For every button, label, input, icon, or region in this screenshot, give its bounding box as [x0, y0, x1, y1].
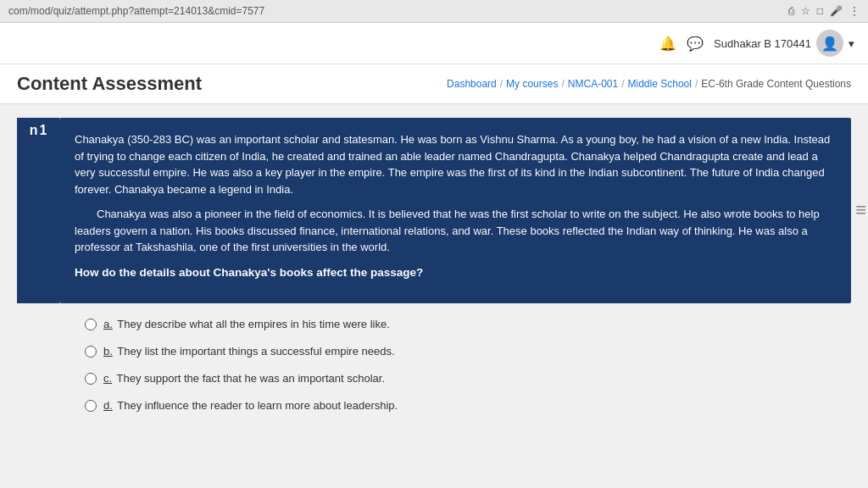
- avatar-icon: 👤: [821, 36, 838, 52]
- question-box: Chanakya (350-283 BC) was an important s…: [59, 118, 851, 303]
- question-row: n 1 Chanakya (350-283 BC) was an importa…: [17, 118, 851, 303]
- browser-icons: ⎙ ☆ □ 🎤 ⋮: [788, 5, 860, 17]
- option-c-letter: c.: [103, 372, 112, 385]
- scroll-indicator: ≡: [855, 199, 866, 221]
- star-icon[interactable]: ☆: [801, 5, 810, 17]
- breadcrumb-dashboard[interactable]: Dashboard: [447, 78, 497, 90]
- main-wrapper: n 1 Chanakya (350-283 BC) was an importa…: [0, 104, 868, 441]
- top-nav-right: 🔔 💬 Sudhakar B 170441 👤 ▾: [659, 30, 854, 57]
- mic-icon[interactable]: 🎤: [830, 5, 843, 17]
- radio-c[interactable]: [85, 373, 97, 385]
- breadcrumb-sep-2: /: [561, 78, 564, 90]
- user-menu-arrow[interactable]: ▾: [849, 37, 854, 50]
- browser-url: com/mod/quiz/attempt.php?attempt=214013&…: [8, 5, 264, 17]
- radio-b[interactable]: [85, 346, 97, 358]
- option-d[interactable]: d. They influence the reader to learn mo…: [85, 398, 834, 413]
- option-b[interactable]: b. They list the important things a succ…: [85, 344, 834, 359]
- breadcrumb-mycourses[interactable]: My courses: [506, 78, 558, 90]
- question-number-label: n: [30, 123, 38, 138]
- question-content-area: Chanakya (350-283 BC) was an important s…: [59, 118, 851, 303]
- option-d-text: d. They influence the reader to learn mo…: [103, 398, 398, 413]
- site-header: Content Assessment Dashboard / My course…: [0, 64, 868, 104]
- option-c[interactable]: c. They support the fact that he was an …: [85, 371, 834, 386]
- browser-bar: com/mod/quiz/attempt.php?attempt=214013&…: [0, 0, 868, 23]
- option-c-text: c. They support the fact that he was an …: [103, 371, 385, 386]
- option-b-letter: b.: [103, 345, 113, 358]
- option-b-text: b. They list the important things a succ…: [103, 344, 395, 359]
- passage-paragraph-2: Chanakya was also a pioneer in the field…: [75, 206, 836, 256]
- option-a[interactable]: a. They describe what all the empires in…: [85, 317, 834, 332]
- user-info: Sudhakar B 170441 👤 ▾: [714, 30, 854, 57]
- radio-a[interactable]: [85, 319, 97, 330]
- breadcrumb-middleschool[interactable]: Middle School: [628, 78, 692, 90]
- site-title: Content Assessment: [17, 73, 202, 95]
- notification-bell-icon[interactable]: 🔔: [659, 36, 676, 52]
- passage-paragraph-1: Chanakya (350-283 BC) was an important s…: [75, 131, 836, 197]
- avatar[interactable]: 👤: [816, 30, 843, 57]
- question-number-value: 1: [39, 123, 47, 138]
- option-a-text: a. They describe what all the empires in…: [103, 317, 390, 332]
- top-nav: 🔔 💬 Sudhakar B 170441 👤 ▾: [0, 23, 868, 64]
- breadcrumb-current: EC-6th Grade Content Questions: [701, 78, 851, 90]
- share-icon[interactable]: ⎙: [788, 5, 794, 17]
- option-a-letter: a.: [103, 318, 113, 330]
- more-icon[interactable]: ⋮: [849, 5, 860, 17]
- radio-d[interactable]: [85, 400, 97, 412]
- breadcrumb: Dashboard / My courses / NMCA-001 / Midd…: [447, 78, 851, 90]
- answer-options: a. They describe what all the empires in…: [17, 303, 851, 428]
- question-number-badge: n 1: [17, 118, 59, 303]
- option-d-letter: d.: [103, 399, 113, 412]
- breadcrumb-sep-3: /: [621, 78, 624, 90]
- username-label: Sudhakar B 170441: [714, 37, 811, 50]
- breadcrumb-sep-1: /: [500, 78, 503, 90]
- messages-icon[interactable]: 💬: [687, 36, 704, 52]
- breadcrumb-nmca[interactable]: NMCA-001: [568, 78, 618, 90]
- breadcrumb-sep-4: /: [695, 78, 698, 90]
- window-icon[interactable]: □: [817, 5, 823, 17]
- question-prompt: How do the details about Chanakya's book…: [75, 264, 836, 281]
